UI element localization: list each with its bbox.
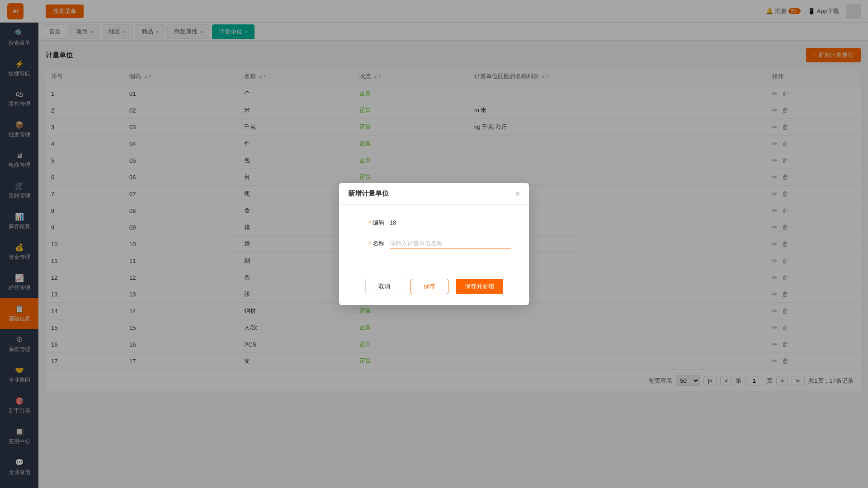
modal-header: 新增计量单位 × <box>339 183 529 205</box>
add-unit-modal: 新增计量单位 × *编码 *名称 取消 保存 <box>339 183 529 305</box>
form-name-input[interactable] <box>390 238 511 249</box>
save-new-button[interactable]: 保存并新增 <box>456 279 503 294</box>
app-container: Ai 搜索菜单 🔔 消息 99+ 📱 App下载 🔍 搜索菜单 ⚡ <box>0 0 868 488</box>
form-code-label: *编码 <box>357 219 384 227</box>
modal-footer: 取消 保存 保存并新增 <box>339 272 529 305</box>
modal-close-button[interactable]: × <box>515 190 520 198</box>
modal-body: *编码 *名称 <box>339 205 529 272</box>
form-code-input[interactable] <box>390 217 511 228</box>
form-row-code: *编码 <box>357 217 511 228</box>
save-button[interactable]: 保存 <box>410 279 448 294</box>
modal-overlay[interactable]: 新增计量单位 × *编码 *名称 取消 保存 <box>0 0 868 488</box>
cancel-button[interactable]: 取消 <box>365 279 403 294</box>
modal-title: 新增计量单位 <box>348 189 389 198</box>
form-name-label: *名称 <box>357 239 384 248</box>
form-row-name: *名称 <box>357 238 511 249</box>
